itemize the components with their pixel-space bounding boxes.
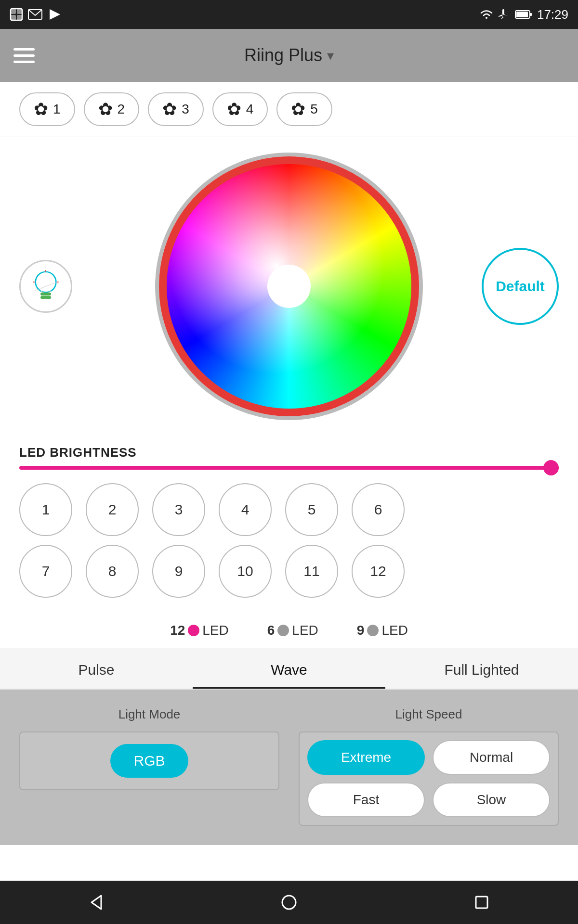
battery-icon	[515, 9, 532, 20]
status-bar: 17:29	[0, 0, 578, 29]
light-mode-label: Light Mode	[19, 707, 279, 722]
svg-rect-1	[11, 9, 16, 14]
led-circle-5[interactable]: 5	[285, 483, 338, 536]
bottom-nav	[0, 881, 578, 924]
fan-tab-1[interactable]: ✿ 1	[19, 92, 75, 126]
led-count-num-12: 12	[170, 623, 185, 638]
default-button-label: Default	[496, 278, 545, 295]
svg-marker-17	[92, 896, 101, 909]
gallery-icon	[10, 8, 23, 21]
fan-icon-2: ✿	[98, 99, 113, 119]
led-count-text-6: LED	[292, 623, 318, 638]
fan-tab-label-3: 3	[182, 102, 189, 117]
led-count-text-12: LED	[202, 623, 228, 638]
led-circle-12[interactable]: 12	[352, 545, 405, 598]
settings-row: Light Mode RGB Light Speed Extreme Norma…	[19, 707, 559, 826]
status-bar-right: 17:29	[479, 7, 568, 22]
nav-title: Riing Plus ▾	[244, 45, 334, 65]
speed-grid: Extreme Normal Fast Slow	[299, 732, 559, 826]
speed-slow-button[interactable]: Slow	[433, 783, 550, 817]
led-circle-8[interactable]: 8	[86, 545, 139, 598]
svg-point-18	[282, 896, 296, 909]
speed-normal-button[interactable]: Normal	[433, 740, 550, 775]
top-nav: Riing Plus ▾	[0, 29, 578, 82]
recent-icon	[472, 893, 491, 912]
svg-rect-15	[40, 296, 51, 298]
back-button[interactable]	[87, 893, 106, 912]
speed-extreme-button[interactable]: Extreme	[307, 740, 425, 775]
led-count-9[interactable]: 9 LED	[357, 623, 408, 638]
fan-icon-1: ✿	[34, 99, 48, 119]
recent-button[interactable]	[472, 893, 491, 912]
airplane-icon	[499, 9, 510, 20]
led-circle-10[interactable]: 10	[219, 545, 272, 598]
fan-tab-label-4: 4	[246, 102, 254, 117]
brightness-thumb[interactable]	[543, 460, 559, 475]
light-speed-label: Light Speed	[299, 707, 559, 722]
tab-pulse-label: Pulse	[78, 662, 114, 678]
wifi-icon	[479, 9, 494, 20]
svg-marker-6	[50, 9, 60, 20]
svg-rect-19	[476, 897, 487, 908]
dropdown-arrow-icon[interactable]: ▾	[327, 48, 334, 64]
gmail-icon	[28, 8, 42, 21]
brightness-slider[interactable]	[19, 466, 559, 470]
led-circle-7[interactable]: 7	[19, 545, 72, 598]
fan-tab-label-2: 2	[118, 102, 125, 117]
led-count-badge-9	[367, 625, 379, 636]
light-mode-group: Light Mode RGB	[19, 707, 279, 790]
home-button[interactable]	[279, 893, 299, 912]
play-icon	[47, 8, 61, 21]
led-count-row: 12 LED 6 LED 9 LED	[0, 615, 578, 648]
led-circle-2[interactable]: 2	[86, 483, 139, 536]
led-count-6[interactable]: 6 LED	[267, 623, 318, 638]
rgb-mode-button[interactable]: RGB	[110, 744, 188, 778]
color-wheel[interactable]	[159, 156, 419, 416]
default-button[interactable]: Default	[482, 248, 559, 325]
tab-full-lighted-label: Full Lighted	[444, 662, 519, 678]
bulb-icon[interactable]	[19, 260, 72, 313]
fan-icon-3: ✿	[162, 99, 177, 119]
settings-panel: Light Mode RGB Light Speed Extreme Norma…	[0, 690, 578, 845]
color-wheel-center	[267, 265, 311, 308]
fan-tab-2[interactable]: ✿ 2	[84, 92, 140, 126]
led-count-badge-6	[277, 625, 289, 636]
color-wheel-outer[interactable]	[159, 156, 419, 416]
color-section: Default	[0, 137, 578, 436]
fan-icon-5: ✿	[291, 99, 305, 119]
nav-title-text: Riing Plus	[244, 45, 322, 65]
led-circle-6[interactable]: 6	[352, 483, 405, 536]
status-time: 17:29	[537, 7, 568, 22]
status-bar-left	[10, 8, 61, 21]
led-circle-9[interactable]: 9	[152, 545, 205, 598]
led-count-text-9: LED	[381, 623, 407, 638]
fan-tab-3[interactable]: ✿ 3	[148, 92, 204, 126]
tab-wave[interactable]: Wave	[193, 648, 385, 689]
svg-rect-8	[516, 12, 528, 17]
fan-tabs: ✿ 1 ✿ 2 ✿ 3 ✿ 4 ✿ 5	[0, 82, 578, 137]
brightness-section: LED BRIGHTNESS	[0, 436, 578, 475]
brightness-slider-row	[19, 466, 559, 470]
led-count-num-6: 6	[267, 623, 275, 638]
led-count-12[interactable]: 12 LED	[170, 623, 229, 638]
svg-rect-4	[17, 15, 22, 20]
led-count-badge-12	[188, 625, 199, 636]
led-circle-1[interactable]: 1	[19, 483, 72, 536]
led-circle-3[interactable]: 3	[152, 483, 205, 536]
fan-tab-5[interactable]: ✿ 5	[276, 92, 332, 126]
fan-icon-4: ✿	[227, 99, 241, 119]
light-mode-box: RGB	[19, 732, 279, 790]
fan-tab-4[interactable]: ✿ 4	[212, 92, 268, 126]
fan-tab-label-1: 1	[53, 102, 61, 117]
tab-full-lighted[interactable]: Full Lighted	[385, 648, 578, 689]
svg-rect-3	[11, 15, 16, 20]
svg-rect-14	[40, 293, 51, 295]
light-speed-group: Light Speed Extreme Normal Fast Slow	[299, 707, 559, 826]
mode-tabs: Pulse Wave Full Lighted	[0, 648, 578, 690]
tab-pulse[interactable]: Pulse	[0, 648, 193, 689]
menu-button[interactable]	[13, 48, 35, 63]
bulb-svg	[26, 267, 65, 306]
led-circle-4[interactable]: 4	[219, 483, 272, 536]
led-circle-11[interactable]: 11	[285, 545, 338, 598]
speed-fast-button[interactable]: Fast	[307, 783, 425, 817]
